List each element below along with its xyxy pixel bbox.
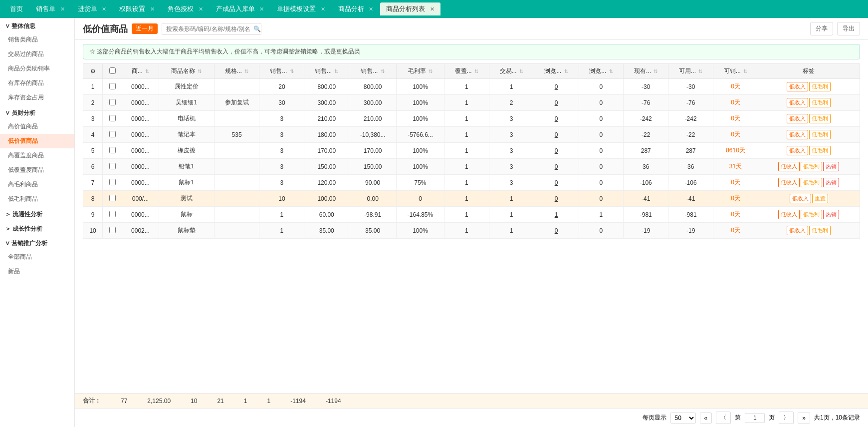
page-input[interactable] [745, 413, 765, 423]
col-s1[interactable]: 销售... ⇅ [259, 64, 304, 79]
row-checkbox[interactable] [109, 147, 116, 153]
cell-browse1[interactable]: 1 [534, 207, 579, 223]
col-code[interactable]: 商... ⇅ [122, 64, 159, 79]
col-available[interactable]: 可用... ⇅ [668, 64, 713, 79]
next-page-button[interactable]: 〉 [779, 412, 794, 424]
nav-role[interactable]: 角色授权 ✕ [162, 2, 209, 15]
browse1-link[interactable]: 0 [555, 131, 558, 138]
nav-product-in[interactable]: 产成品入库单 ✕ [210, 2, 270, 15]
row-checkbox[interactable] [109, 211, 116, 217]
nav-template[interactable]: 单据模板设置 ✕ [271, 2, 331, 15]
cell-checkbox[interactable] [103, 143, 122, 159]
row-checkbox[interactable] [109, 179, 116, 185]
row-checkbox[interactable] [109, 131, 116, 137]
cell-checkbox[interactable] [103, 95, 122, 111]
cell-checkbox[interactable] [103, 175, 122, 191]
nav-permissions[interactable]: 权限设置 ✕ [113, 2, 161, 15]
sidebar-group-marketing[interactable]: ∨ 营销推广分析 [0, 235, 74, 250]
cell-checkbox[interactable] [103, 79, 122, 95]
col-settings[interactable]: ⚙ [83, 64, 103, 79]
cell-browse1[interactable]: 0 [534, 191, 579, 207]
sidebar-group-flow[interactable]: ＞ 流通性分析 [0, 206, 74, 221]
col-checkbox[interactable] [103, 64, 122, 79]
col-name[interactable]: 商品名称 ⇅ [159, 64, 214, 79]
col-current[interactable]: 现有... ⇅ [624, 64, 668, 79]
sidebar-item-high-coverage[interactable]: 高覆盖度商品 [0, 148, 74, 163]
sidebar-group-financial[interactable]: ∨ 员财分析 [0, 105, 74, 119]
sidebar-item-low-coverage[interactable]: 低覆盖度商品 [0, 163, 74, 177]
period-tag[interactable]: 近一月 [132, 23, 158, 34]
cell-browse1[interactable]: 0 [534, 95, 579, 111]
cell-checkbox[interactable] [103, 207, 122, 223]
row-checkbox[interactable] [109, 115, 116, 121]
share-button[interactable]: 分享 [810, 22, 833, 35]
select-all-checkbox[interactable] [109, 67, 116, 74]
days-value: 0天 [731, 131, 740, 138]
col-tags[interactable]: 标签 [758, 64, 860, 79]
nav-analysis-list[interactable]: 商品分析列表 ✕ [380, 2, 440, 15]
cell-s3: 800.00 [349, 79, 397, 95]
row-checkbox[interactable] [109, 227, 116, 233]
sidebar-item-stock-goods[interactable]: 有库存的商品 [0, 76, 74, 90]
last-page-button[interactable]: » [798, 413, 810, 424]
col-s3[interactable]: 销售... ⇅ [349, 64, 397, 79]
col-transaction[interactable]: 交易... ⇅ [489, 64, 534, 79]
col-browse1[interactable]: 浏览... ⇅ [534, 64, 579, 79]
cell-browse1[interactable]: 0 [534, 159, 579, 175]
table-wrapper[interactable]: ⚙ 商... ⇅ 商品名称 ⇅ 规格... ⇅ 销售... ⇅ 销售... ⇅ … [75, 63, 868, 393]
browse1-link[interactable]: 0 [555, 115, 558, 122]
prev-page-button[interactable]: 〈 [716, 412, 731, 424]
search-icon[interactable]: 🔍 [253, 25, 261, 32]
col-spec[interactable]: 规格... ⇅ [214, 64, 259, 79]
sidebar-item-high-margin[interactable]: 高毛利商品 [0, 177, 74, 192]
cell-browse1[interactable]: 0 [534, 223, 579, 239]
cell-browse1[interactable]: 0 [534, 143, 579, 159]
export-button[interactable]: 导出 [837, 22, 860, 35]
browse1-link[interactable]: 1 [555, 211, 558, 218]
row-checkbox[interactable] [109, 99, 116, 105]
browse1-link[interactable]: 0 [555, 99, 558, 106]
browse1-link[interactable]: 0 [555, 147, 558, 154]
sidebar-item-stock-fund[interactable]: 库存资金占用 [0, 90, 74, 105]
sidebar-group-overall[interactable]: ∨ 整体信息 [0, 18, 74, 32]
row-checkbox[interactable] [109, 163, 116, 169]
first-page-button[interactable]: « [700, 413, 712, 424]
cell-browse1[interactable]: 0 [534, 79, 579, 95]
days-value: 8610天 [726, 147, 745, 154]
browse1-link[interactable]: 0 [555, 83, 558, 90]
nav-purchase[interactable]: 进货单 ✕ [72, 2, 113, 15]
sidebar-item-high-value[interactable]: 高价值商品 [0, 119, 74, 134]
search-input[interactable] [162, 23, 261, 35]
nav-analysis[interactable]: 商品分析 ✕ [332, 2, 380, 15]
col-s2[interactable]: 销售... ⇅ [304, 64, 349, 79]
row-checkbox[interactable] [109, 83, 116, 89]
sidebar-item-new-goods[interactable]: 新品 [0, 264, 74, 279]
sidebar-item-category-rate[interactable]: 商品分类助销率 [0, 61, 74, 76]
col-coverage[interactable]: 覆盖... ⇅ [444, 64, 489, 79]
cell-checkbox[interactable] [103, 191, 122, 207]
cell-checkbox[interactable] [103, 223, 122, 239]
cell-browse1[interactable]: 0 [534, 175, 579, 191]
sidebar-group-growth[interactable]: ＞ 成长性分析 [0, 221, 74, 235]
col-margin[interactable]: 毛利率 ⇅ [397, 64, 444, 79]
nav-sales[interactable]: 销售单 ✕ [30, 2, 71, 15]
browse1-link[interactable]: 0 [555, 227, 558, 234]
cell-checkbox[interactable] [103, 127, 122, 143]
nav-home[interactable]: 首页 [4, 2, 29, 15]
sidebar-item-low-value[interactable]: 低价值商品 [0, 134, 74, 148]
sidebar-item-all-goods[interactable]: 全部商品 [0, 250, 74, 264]
cell-browse1[interactable]: 0 [534, 127, 579, 143]
per-page-select[interactable]: 50 100 200 [670, 413, 696, 424]
cell-browse1[interactable]: 0 [534, 111, 579, 127]
browse1-link[interactable]: 0 [555, 163, 558, 170]
sidebar-item-sales-goods[interactable]: 销售类商品 [0, 32, 74, 47]
cell-checkbox[interactable] [103, 159, 122, 175]
browse1-link[interactable]: 0 [555, 195, 558, 202]
sidebar-item-traded[interactable]: 交易过的商品 [0, 47, 74, 61]
col-browse2[interactable]: 浏览... ⇅ [579, 64, 624, 79]
browse1-link[interactable]: 0 [555, 179, 558, 186]
cell-checkbox[interactable] [103, 111, 122, 127]
row-checkbox[interactable] [109, 195, 116, 201]
sidebar-item-low-margin[interactable]: 低毛利商品 [0, 192, 74, 206]
col-sellable[interactable]: 可销... ⇅ [713, 64, 758, 79]
